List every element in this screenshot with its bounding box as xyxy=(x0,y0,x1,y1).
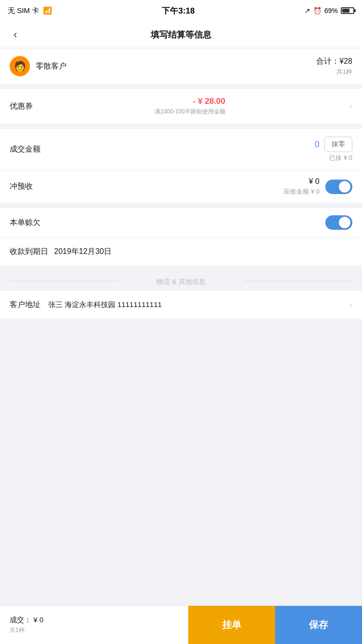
coupon-amount: - ¥ 28.00 xyxy=(154,97,225,106)
toggle-knob xyxy=(339,181,350,193)
logistics-section-label: 物流 & 其他信息 xyxy=(0,271,362,291)
hold-order-label: 挂单 xyxy=(222,618,241,631)
due-date-label: 收款到期日 xyxy=(10,247,48,257)
coupon-desc: 满1000-100不限制使用金额 xyxy=(154,108,225,116)
deal-amount-input[interactable] xyxy=(291,140,320,150)
no-sim-label: 无 SIM 卡 xyxy=(8,6,39,15)
total-count: 共1种 xyxy=(316,68,352,76)
address-label: 客户地址 xyxy=(10,300,41,310)
customer-address-row[interactable]: 客户地址 张三 海淀永丰科技园 11111111111 › xyxy=(0,291,362,319)
battery-icon xyxy=(341,7,354,14)
status-bar: 无 SIM 卡 📶 下午3:18 ↗ ⏰ 69% xyxy=(0,0,362,21)
prepayment-row: 冲预收 ¥ 0 应收金额 ¥ 0 xyxy=(0,170,362,203)
due-date-value: 2019年12月30日 xyxy=(54,247,111,257)
divider-1 xyxy=(0,124,362,129)
customer-right: 合计：¥28 共1种 xyxy=(316,56,352,76)
divider-3 xyxy=(0,266,362,271)
back-button[interactable]: ‹ xyxy=(10,25,21,45)
customer-avatar: 🧑 xyxy=(10,56,30,76)
round-off-button[interactable]: 抹零 xyxy=(324,137,352,152)
deal-amount-sub: 已抹 ¥ 0 xyxy=(329,154,352,162)
prepayment-sub: 应收金额 ¥ 0 xyxy=(284,187,320,196)
status-time: 下午3:18 xyxy=(162,5,195,16)
deal-amount-row: 成交金额 抹零 已抹 ¥ 0 xyxy=(0,129,362,170)
save-label: 保存 xyxy=(309,618,328,631)
save-button[interactable]: 保存 xyxy=(275,606,362,644)
chevron-right-icon: › xyxy=(350,102,352,111)
bottom-deal-label: 成交： ¥ 0 xyxy=(10,616,179,625)
amount-top: 抹零 xyxy=(291,137,352,152)
bottom-count: 共1种 xyxy=(10,626,179,634)
divider-5 xyxy=(0,319,362,323)
due-date-row: 收款到期日 2019年12月30日 xyxy=(0,238,362,266)
address-chevron-icon: › xyxy=(350,301,352,309)
address-value: 张三 海淀永丰科技园 11111111111 xyxy=(48,300,347,309)
wifi-icon: 📶 xyxy=(43,6,52,15)
customer-left: 🧑 零散客户 xyxy=(10,56,67,76)
debt-toggle-knob xyxy=(339,217,350,228)
hold-order-button[interactable]: 挂单 xyxy=(188,606,275,644)
coupon-label: 优惠券 xyxy=(10,101,33,112)
bottom-deal-text: 成交： xyxy=(10,616,31,624)
content: 🧑 零散客户 合计：¥28 共1种 优惠券 - ¥ 28.00 满1000-10… xyxy=(0,48,362,367)
battery-label: 69% xyxy=(324,7,338,14)
alarm-icon: ⏰ xyxy=(313,7,321,14)
debt-toggle[interactable] xyxy=(325,215,352,230)
divider-2 xyxy=(0,203,362,208)
battery-fill xyxy=(342,9,349,13)
nav-bar: ‹ 填写结算等信息 xyxy=(0,21,362,48)
deal-amount-label: 成交金额 xyxy=(10,144,41,154)
location-icon: ↗ xyxy=(305,7,310,14)
page-title: 填写结算等信息 xyxy=(151,29,211,41)
bottom-bar: 成交： ¥ 0 共1种 挂单 保存 xyxy=(0,605,362,644)
total-amount: 合计：¥28 xyxy=(316,56,352,67)
debt-label: 本单赊欠 xyxy=(10,218,41,228)
deal-amount-right: 抹零 已抹 ¥ 0 xyxy=(291,137,352,162)
customer-name: 零散客户 xyxy=(36,61,67,71)
prepayment-amount: ¥ 0 xyxy=(284,177,320,186)
coupon-row[interactable]: 优惠券 - ¥ 28.00 满1000-100不限制使用金额 › xyxy=(0,89,362,124)
prepayment-right: ¥ 0 应收金额 ¥ 0 xyxy=(284,177,352,196)
prepayment-label: 冲预收 xyxy=(10,182,33,192)
bottom-deal-amount: ¥ 0 xyxy=(33,616,43,624)
debt-row: 本单赊欠 xyxy=(0,208,362,238)
prepayment-toggle[interactable] xyxy=(325,180,352,194)
coupon-right: - ¥ 28.00 满1000-100不限制使用金额 xyxy=(154,97,225,116)
status-right: ↗ ⏰ 69% xyxy=(305,7,354,14)
customer-row: 🧑 零散客户 合计：¥28 共1种 xyxy=(0,48,362,84)
status-left: 无 SIM 卡 📶 xyxy=(8,6,52,15)
logistics-label-text: 物流 & 其他信息 xyxy=(156,278,205,285)
bottom-info: 成交： ¥ 0 共1种 xyxy=(0,616,188,634)
avatar-icon: 🧑 xyxy=(14,60,26,72)
